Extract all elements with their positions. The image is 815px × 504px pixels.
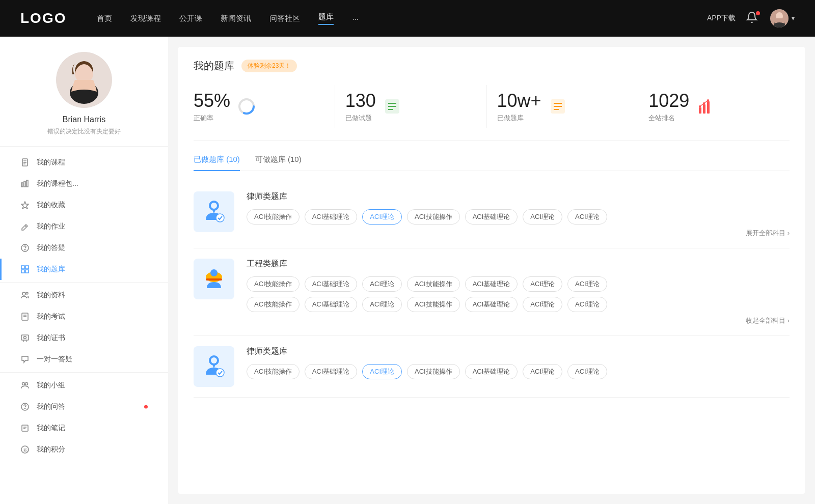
navbar: LOGO 首页 发现课程 公开课 新闻资讯 问答社区 题库 ··· APP下载 (0, 0, 815, 37)
svg-line-29 (26, 340, 26, 342)
nav-more[interactable]: ··· (352, 14, 359, 23)
svg-point-33 (24, 408, 25, 409)
divider-1 (0, 282, 168, 283)
svg-point-30 (22, 383, 25, 385)
bank-tag[interactable]: ACI技能操作 (247, 364, 300, 379)
sidebar-label-courses: 我的课程 (37, 158, 65, 167)
trial-badge: 体验剩余23天！ (241, 60, 297, 72)
svg-rect-11 (24, 181, 25, 187)
stat-banks-label: 已做题库 (497, 114, 541, 123)
sidebar-item-questionbank[interactable]: 我的题库 (0, 259, 168, 280)
bank-tag[interactable]: ACI理论 (567, 209, 607, 225)
bank-tag[interactable]: ACI理论 (567, 364, 607, 379)
bank-tag[interactable]: ACI理论 (523, 276, 562, 292)
svg-rect-10 (21, 183, 23, 187)
nav-discover[interactable]: 发现课程 (130, 14, 161, 23)
svg-point-63 (211, 357, 217, 363)
bank-card-lawyer-1: 律师类题库 ACI技能操作 ACI基础理论 ACI理论 ACI技能操作 ACI基… (194, 181, 790, 248)
bank-tag[interactable]: ACI理论 (523, 209, 562, 225)
sidebar-item-courses[interactable]: 我的课程 (0, 152, 168, 173)
sidebar-item-points[interactable]: 积 我的积分 (0, 439, 168, 460)
sidebar-item-favorites[interactable]: 我的收藏 (0, 194, 168, 216)
stats-row: 55% 正确率 130 已做试题 (194, 85, 790, 141)
main-layout: Brian Harris 错误的决定比没有决定要好 我的课程 我的课程包... (0, 37, 815, 504)
profile-name: Brian Harris (63, 115, 105, 124)
sidebar-label-groups: 我的小组 (37, 381, 65, 390)
user-avatar-button[interactable]: ▾ (770, 9, 795, 27)
notification-button[interactable] (746, 11, 760, 25)
svg-rect-51 (707, 101, 710, 114)
stat-accuracy: 55% 正确率 (194, 85, 335, 128)
bank-tag[interactable]: ACI基础理论 (305, 364, 358, 379)
chart-red-icon (696, 97, 715, 116)
sidebar-item-packages[interactable]: 我的课程包... (0, 173, 168, 194)
sidebar-label-packages: 我的课程包... (37, 179, 78, 188)
bank-tag[interactable]: ACI基础理论 (305, 297, 358, 312)
bank-tag[interactable]: ACI技能操作 (247, 297, 300, 312)
question-icon (20, 243, 30, 253)
bank-tag-active[interactable]: ACI理论 (362, 364, 402, 379)
bank-tag-active[interactable]: ACI理论 (362, 209, 402, 225)
sidebar-item-oneonone[interactable]: 一对一答疑 (0, 349, 168, 370)
bank-name-lawyer-2: 律师类题库 (247, 346, 790, 357)
nav-news[interactable]: 新闻资讯 (221, 14, 251, 23)
bank-tag[interactable]: ACI理论 (523, 297, 562, 312)
sidebar-item-homework[interactable]: 我的作业 (0, 216, 168, 237)
tab-done-banks[interactable]: 已做题库 (10) (194, 155, 240, 171)
bank-tag[interactable]: ACI技能操作 (407, 276, 460, 292)
nav-opencourse[interactable]: 公开课 (179, 14, 202, 23)
sidebar-item-certificates[interactable]: 我的证书 (0, 327, 168, 349)
stat-exercises-value: 130 (345, 90, 376, 111)
list-orange-icon (549, 97, 567, 116)
bank-tags-engineer-row1: ACI技能操作 ACI基础理论 ACI理论 ACI技能操作 ACI基础理论 AC… (247, 276, 790, 292)
bank-tag[interactable]: ACI基础理论 (465, 297, 518, 312)
sidebar-item-groups[interactable]: 我的小组 (0, 375, 168, 396)
bank-tag[interactable]: ACI技能操作 (247, 276, 300, 292)
svg-point-27 (24, 337, 26, 339)
sidebar-item-qa[interactable]: 我的答疑 (0, 237, 168, 259)
bank-tag[interactable]: ACI基础理论 (465, 276, 518, 292)
bank-tag[interactable]: ACI理论 (362, 276, 402, 292)
bank-tag[interactable]: ACI基础理论 (465, 209, 518, 225)
sidebar-item-exams[interactable]: 我的考试 (0, 306, 168, 327)
bank-tag[interactable]: ACI技能操作 (247, 209, 300, 225)
bank-tag[interactable]: ACI理论 (523, 364, 562, 379)
stat-exercises-label: 已做试题 (345, 114, 376, 123)
barchart-icon (20, 179, 30, 188)
bank-tag[interactable]: ACI理论 (567, 297, 607, 312)
tab-available-banks[interactable]: 可做题库 (10) (255, 155, 302, 171)
nav-qa[interactable]: 问答社区 (269, 14, 300, 23)
sidebar-item-myquestions[interactable]: 我的问答 (0, 396, 168, 417)
svg-point-52 (699, 105, 701, 107)
bank-tag[interactable]: ACI技能操作 (407, 364, 460, 379)
dropdown-arrow: ▾ (792, 15, 795, 22)
sidebar: Brian Harris 错误的决定比没有决定要好 我的课程 我的课程包... (0, 37, 168, 504)
bank-name-lawyer-1: 律师类题库 (247, 191, 790, 202)
sidebar-label-points: 我的积分 (37, 445, 65, 454)
svg-line-14 (25, 226, 26, 227)
nav-home[interactable]: 首页 (97, 14, 112, 23)
bank-tag[interactable]: ACI理论 (567, 276, 607, 292)
bank-icon-lawyer-1 (194, 191, 234, 232)
stat-accuracy-value: 55% (194, 90, 230, 111)
sidebar-item-profile-data[interactable]: 我的资料 (0, 285, 168, 306)
bank-tag[interactable]: ACI基础理论 (465, 364, 518, 379)
logo[interactable]: LOGO (20, 10, 66, 26)
app-download-button[interactable]: APP下载 (707, 14, 736, 23)
pie-chart-icon (237, 97, 256, 116)
nav-questionbank[interactable]: 题库 (318, 12, 334, 25)
svg-rect-12 (26, 180, 28, 187)
stat-accuracy-label: 正确率 (194, 114, 230, 123)
bank-tag[interactable]: ACI基础理论 (305, 276, 358, 292)
sidebar-item-notes[interactable]: 我的笔记 (0, 417, 168, 439)
bank-tag[interactable]: ACI技能操作 (407, 209, 460, 225)
collapse-button-engineer[interactable]: 收起全部科目 › (746, 316, 790, 325)
bank-footer-engineer: 收起全部科目 › (247, 316, 790, 325)
users-icon (20, 291, 30, 300)
bank-tag[interactable]: ACI技能操作 (407, 297, 460, 312)
document-icon (20, 312, 30, 321)
bank-tag[interactable]: ACI理论 (362, 297, 402, 312)
bank-card-lawyer-2: 律师类题库 ACI技能操作 ACI基础理论 ACI理论 ACI技能操作 ACI基… (194, 336, 790, 398)
bank-tag[interactable]: ACI基础理论 (305, 209, 358, 225)
expand-button-lawyer-1[interactable]: 展开全部科目 › (746, 229, 790, 238)
